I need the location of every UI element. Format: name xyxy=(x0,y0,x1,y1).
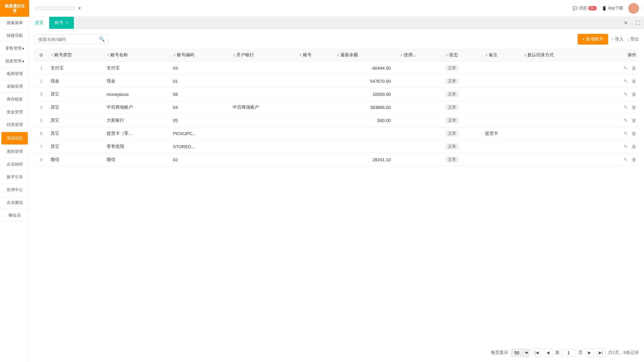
row-remark xyxy=(482,153,521,166)
row-settle xyxy=(521,75,595,88)
sidebar-item-basicinfo[interactable]: 基础信息 xyxy=(1,132,28,145)
col-header-bank[interactable]: ⇅开户银行 xyxy=(230,49,297,62)
sidebar-item-purchase[interactable]: 采购管理 xyxy=(0,80,29,93)
row-name: 微信 xyxy=(104,153,170,166)
row-num: 6 xyxy=(35,127,48,140)
tab-account[interactable]: 账号 ✕ xyxy=(49,17,74,29)
row-bank: 中百商场账户 xyxy=(230,101,297,114)
delete-icon[interactable]: 🗑 xyxy=(632,131,636,136)
sidebar-item-shortcuts[interactable]: 快捷导航 xyxy=(0,29,29,42)
edit-icon[interactable]: ✎ xyxy=(624,92,628,97)
page-next-button[interactable]: ▶ xyxy=(585,348,594,357)
delete-icon[interactable]: 🗑 xyxy=(632,65,636,71)
row-settle xyxy=(521,127,595,140)
edit-icon[interactable]: ✎ xyxy=(624,144,628,149)
table-row: 7 其它 零售抵现 STORED... 正常 ✎ 🗑 xyxy=(35,140,639,153)
page-prev-button[interactable]: ◀ xyxy=(544,348,552,357)
sidebar: 畅捷通好生意 搜索菜单 快捷导航 零售管理▾ 批发管理▾ 电商管理 采购管理 库… xyxy=(0,0,30,362)
row-type: 其它 xyxy=(48,140,104,153)
col-settings[interactable]: ⚙ xyxy=(35,49,48,62)
edit-icon[interactable]: ✎ xyxy=(624,157,628,162)
row-name: 现金 xyxy=(104,75,170,88)
tab-close-icon[interactable]: ✕ xyxy=(65,20,68,25)
app-download-label: App下载 xyxy=(608,5,623,11)
row-code: 02 xyxy=(170,153,230,166)
row-actions: ✎ 🗑 xyxy=(595,114,639,127)
tab-actions: ✕ ⛶ xyxy=(620,17,644,29)
col-header-account[interactable]: ⇅账号 xyxy=(297,49,334,62)
col-header-usage[interactable]: ⇅使用... xyxy=(397,49,443,62)
sidebar-item-finance[interactable]: 资金管理 xyxy=(0,106,29,119)
row-code: PICKUPC... xyxy=(170,127,230,140)
edit-icon[interactable]: ✎ xyxy=(624,118,628,123)
row-actions: ✎ 🗑 xyxy=(595,88,639,101)
row-settle xyxy=(521,88,595,101)
search-input[interactable] xyxy=(38,37,99,42)
col-header-balance[interactable]: ⇅最新余额 xyxy=(334,49,397,62)
table-row: 6 其它 提货卡（零… PICKUPC... 正常 提货卡 ✎ 🗑 xyxy=(35,127,639,140)
sidebar-item-operations[interactable]: 经营管理 xyxy=(0,119,29,131)
sidebar-item-search[interactable]: 搜索菜单 xyxy=(0,17,29,29)
search-icon[interactable]: 🔍 xyxy=(99,37,105,42)
row-code: 05 xyxy=(170,114,230,127)
page-suffix: 页 xyxy=(578,350,583,356)
row-num: 5 xyxy=(35,114,48,127)
delete-icon[interactable]: 🗑 xyxy=(632,144,636,149)
edit-icon[interactable]: ✎ xyxy=(624,78,628,84)
row-num: 8 xyxy=(35,153,48,166)
edit-icon[interactable]: ✎ xyxy=(624,105,628,110)
tab-home[interactable]: 首页 xyxy=(30,17,49,29)
delete-icon[interactable]: 🗑 xyxy=(632,105,636,110)
sidebar-item-enterprise[interactable]: 企业协同 xyxy=(0,158,29,171)
header-search-box[interactable] xyxy=(35,7,75,10)
sidebar-item-inventory[interactable]: 库存核算 xyxy=(0,93,29,106)
per-page-select[interactable]: 50 100 xyxy=(511,349,530,357)
page-last-button[interactable]: ▶| xyxy=(597,348,605,357)
page-first-button[interactable]: |◀ xyxy=(532,348,541,357)
table-row: 2 现金 现金 01 547670.00 正常 ✎ 🗑 xyxy=(35,75,639,88)
col-header-type[interactable]: ⇅账号类型 xyxy=(48,49,104,62)
col-header-name[interactable]: ⇅账号名称 xyxy=(104,49,170,62)
app-download-button[interactable]: 📱 App下载 xyxy=(602,5,623,11)
sidebar-item-weixin[interactable]: 企业微信 xyxy=(0,196,29,209)
add-account-button[interactable]: + 新增账号 xyxy=(578,34,608,45)
row-actions: ✎ 🗑 xyxy=(595,62,639,75)
tab-maximize-button[interactable]: ⛶ xyxy=(632,17,644,29)
avatar[interactable] xyxy=(628,3,639,14)
tab-minimize-button[interactable]: ✕ xyxy=(620,17,632,29)
export-button[interactable]: ↓ 导出 xyxy=(627,36,639,42)
sidebar-item-system[interactable]: 系统管理 xyxy=(0,145,29,158)
sidebar-item-ecommerce[interactable]: 电商管理 xyxy=(0,68,29,80)
sidebar-item-guide[interactable]: 新手引导 xyxy=(0,171,29,184)
row-remark: 提货卡 xyxy=(482,127,521,140)
row-type: 现金 xyxy=(48,75,104,88)
sidebar-item-retail[interactable]: 零售管理▾ xyxy=(0,42,29,55)
col-header-remark[interactable]: ⇅备注 xyxy=(482,49,521,62)
col-header-code[interactable]: ⇅账号编码 xyxy=(170,49,230,62)
message-label: 消息 xyxy=(579,5,587,11)
table-row: 8 微信 微信 02 28241.10 正常 ✎ 🗑 xyxy=(35,153,639,166)
search-box[interactable]: 🔍 xyxy=(35,35,108,44)
delete-icon[interactable]: 🗑 xyxy=(632,118,636,123)
edit-icon[interactable]: ✎ xyxy=(624,131,628,136)
page-input[interactable] xyxy=(562,349,576,357)
sidebar-item-wholesale[interactable]: 批发管理▾ xyxy=(0,55,29,68)
download-icon: 📱 xyxy=(602,6,607,11)
sidebar-item-appcenter[interactable]: 应用中心 xyxy=(0,184,29,196)
row-usage xyxy=(397,88,443,101)
sidebar-item-member[interactable]: 畅会员 xyxy=(0,209,29,222)
edit-icon[interactable]: ✎ xyxy=(624,65,628,71)
row-account xyxy=(297,153,334,166)
message-button[interactable]: 💬 消息 99+ xyxy=(573,5,597,11)
top-header: ▾ 💬 消息 99+ 📱 App下载 xyxy=(30,0,644,17)
delete-icon[interactable]: 🗑 xyxy=(632,92,636,97)
delete-icon[interactable]: 🗑 xyxy=(632,157,636,162)
row-settle xyxy=(521,140,595,153)
row-usage xyxy=(397,140,443,153)
import-button[interactable]: ↑ 导入 xyxy=(611,36,624,42)
row-balance xyxy=(334,140,397,153)
col-header-settle[interactable]: ⇅默认结算方式 xyxy=(521,49,595,62)
col-header-status[interactable]: ⇅状态 xyxy=(443,49,482,62)
dropdown-icon[interactable]: ▾ xyxy=(78,5,81,11)
delete-icon[interactable]: 🗑 xyxy=(632,78,636,84)
